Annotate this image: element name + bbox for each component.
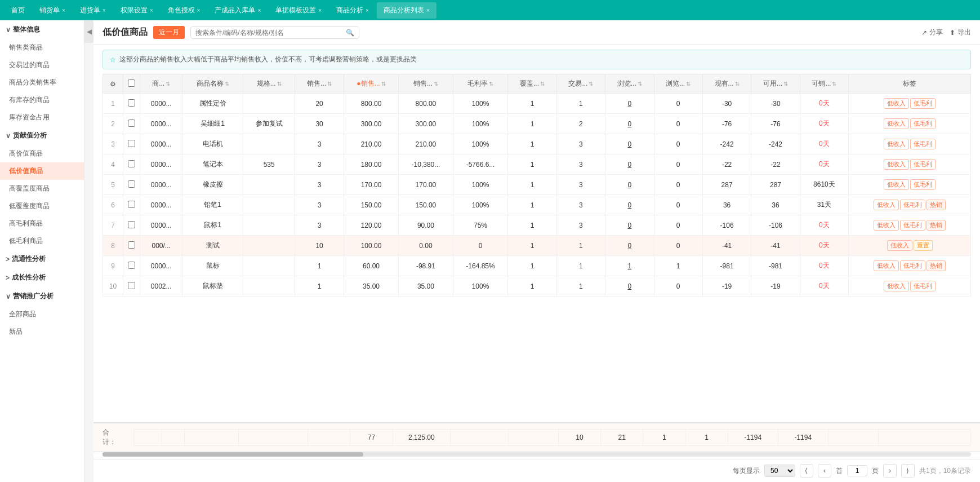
sidebar-item-traded-products[interactable]: 交易过的商品 bbox=[0, 56, 84, 74]
search-icon[interactable]: 🔍 bbox=[346, 29, 354, 37]
nav-home[interactable]: 首页 bbox=[5, 2, 32, 19]
sidebar-item-high-value[interactable]: 高价值商品 bbox=[0, 145, 84, 162]
row-checkbox[interactable] bbox=[123, 215, 140, 236]
tag: 低毛利 bbox=[900, 260, 925, 271]
nav-warehouse[interactable]: 产成品入库单 × bbox=[208, 2, 268, 19]
row-browse1[interactable]: 0 bbox=[605, 276, 654, 297]
sidebar-item-high-margin[interactable]: 高毛利商品 bbox=[0, 215, 84, 232]
row-browse1[interactable]: 0 bbox=[605, 114, 654, 134]
sidebar-item-new-products[interactable]: 新品 bbox=[0, 323, 84, 341]
sidebar-group-marketing[interactable]: ∨ 营销推广分析 bbox=[0, 287, 84, 306]
page-number-input[interactable] bbox=[847, 465, 867, 476]
col-sales-qty[interactable]: 销售...⇅ bbox=[295, 74, 344, 94]
sidebar-collapse-button[interactable]: ◀ bbox=[84, 20, 93, 43]
row-transaction: 1 bbox=[556, 256, 605, 276]
col-coverage[interactable]: 覆盖...⇅ bbox=[508, 74, 556, 94]
col-checkbox[interactable] bbox=[123, 74, 140, 94]
nav-close-templates[interactable]: × bbox=[318, 7, 322, 14]
col-name[interactable]: 商品名称⇅ bbox=[182, 74, 243, 94]
row-browse1[interactable]: 0 bbox=[605, 154, 654, 175]
row-tags: 低收入低毛利 bbox=[849, 154, 971, 175]
sidebar-item-sales-products[interactable]: 销售类商品 bbox=[0, 39, 84, 56]
row-browse1[interactable]: 1 bbox=[605, 256, 654, 276]
sidebar-group-overall[interactable]: ∨ 整体信息 bbox=[0, 20, 84, 39]
sidebar-group-growth[interactable]: > 成长性分析 bbox=[0, 268, 84, 287]
row-settings: 5 bbox=[103, 175, 123, 195]
sidebar-item-low-margin[interactable]: 低毛利商品 bbox=[0, 232, 84, 250]
col-sellable[interactable]: 可销...⇅ bbox=[800, 74, 848, 94]
nav-close-purchase[interactable]: × bbox=[103, 7, 106, 14]
sidebar-item-category-rate[interactable]: 商品分类销售率 bbox=[0, 74, 84, 91]
row-browse1[interactable]: 0 bbox=[605, 195, 654, 215]
row-sellable: 0天 bbox=[800, 134, 848, 154]
row-sales-cost: 170.00 bbox=[399, 175, 453, 195]
sidebar-item-low-coverage[interactable]: 低覆盖度商品 bbox=[0, 197, 84, 215]
col-spec[interactable]: 规格...⇅ bbox=[243, 74, 295, 94]
tag: 热销 bbox=[926, 200, 946, 210]
row-sales-qty: 3 bbox=[295, 195, 344, 215]
row-checkbox[interactable] bbox=[123, 94, 140, 114]
share-button[interactable]: ↗ 分享 bbox=[921, 28, 943, 37]
nav-templates[interactable]: 单据模板设置 × bbox=[269, 2, 328, 19]
nav-close-analysis-list[interactable]: × bbox=[426, 7, 430, 14]
nav-close-warehouse[interactable]: × bbox=[257, 7, 261, 14]
col-settings[interactable]: ⚙ bbox=[103, 74, 123, 94]
nav-close-sales[interactable]: × bbox=[62, 7, 65, 14]
row-checkbox[interactable] bbox=[123, 256, 140, 276]
sidebar-item-stock-products[interactable]: 有库存的商品 bbox=[0, 91, 84, 109]
row-browse1[interactable]: 0 bbox=[605, 175, 654, 195]
row-checkbox[interactable] bbox=[123, 276, 140, 297]
row-checkbox[interactable] bbox=[123, 114, 140, 134]
select-all-checkbox[interactable] bbox=[128, 79, 135, 87]
row-browse1[interactable]: 0 bbox=[605, 215, 654, 236]
row-sellable: 0天 bbox=[800, 256, 848, 276]
row-browse1[interactable]: 0 bbox=[605, 134, 654, 154]
first-page-button[interactable]: ⟨ bbox=[800, 464, 813, 477]
nav-analysis-list[interactable]: 商品分析列表 × bbox=[377, 2, 436, 19]
sidebar-group-circulation[interactable]: > 流通性分析 bbox=[0, 250, 84, 268]
prev-page-button[interactable]: ‹ bbox=[818, 464, 831, 477]
row-checkbox[interactable] bbox=[123, 175, 140, 195]
row-checkbox[interactable] bbox=[123, 134, 140, 154]
row-checkbox[interactable] bbox=[123, 236, 140, 256]
export-button[interactable]: ⬆ 导出 bbox=[950, 28, 971, 37]
tag: 低毛利 bbox=[910, 98, 936, 109]
row-settings: 6 bbox=[103, 195, 123, 215]
tag: 低毛利 bbox=[910, 179, 936, 190]
col-margin-rate[interactable]: 毛利率⇅ bbox=[453, 74, 508, 94]
col-available-stock[interactable]: 可用...⇅ bbox=[751, 74, 800, 94]
row-name: 吴细细1 bbox=[182, 114, 243, 134]
next-page-button[interactable]: › bbox=[883, 464, 897, 477]
col-sales-price[interactable]: ●销售...⇅ bbox=[344, 74, 398, 94]
search-input[interactable] bbox=[195, 29, 344, 37]
nav-close-permissions[interactable]: × bbox=[150, 7, 153, 14]
col-transaction[interactable]: 交易...⇅ bbox=[556, 74, 605, 94]
arrow-icon-4: > bbox=[6, 274, 10, 282]
nav-roles[interactable]: 角色授权 × bbox=[161, 2, 207, 19]
sidebar-item-all-products[interactable]: 全部商品 bbox=[0, 306, 84, 323]
row-checkbox[interactable] bbox=[123, 154, 140, 175]
nav-close-analysis[interactable]: × bbox=[366, 7, 369, 14]
nav-close-roles[interactable]: × bbox=[197, 7, 201, 14]
nav-purchase-order[interactable]: 进货单 × bbox=[73, 2, 113, 19]
last-page-button[interactable]: ⟩ bbox=[901, 464, 915, 477]
col-code[interactable]: 商...⇅ bbox=[140, 74, 182, 94]
col-sales-cost[interactable]: 销售...⇅ bbox=[399, 74, 453, 94]
row-transaction: 3 bbox=[556, 134, 605, 154]
sidebar-group-contribution[interactable]: ∨ 贡献值分析 bbox=[0, 126, 84, 145]
nav-product-analysis[interactable]: 商品分析 × bbox=[329, 2, 376, 19]
row-browse1[interactable]: 0 bbox=[605, 236, 654, 256]
sidebar-item-high-coverage[interactable]: 高覆盖度商品 bbox=[0, 180, 84, 197]
col-current-stock[interactable]: 现有...⇅ bbox=[702, 74, 751, 94]
sidebar-item-stock-capital[interactable]: 库存资金占用 bbox=[0, 109, 84, 126]
date-filter-button[interactable]: 近一月 bbox=[153, 26, 185, 39]
row-checkbox[interactable] bbox=[123, 195, 140, 215]
tag: 低收入 bbox=[884, 139, 909, 149]
per-page-select[interactable]: 50 100 200 bbox=[764, 465, 795, 477]
nav-permissions[interactable]: 权限设置 × bbox=[114, 2, 160, 19]
col-browse2[interactable]: 浏览...⇅ bbox=[654, 74, 702, 94]
nav-sales-order[interactable]: 销货单 × bbox=[33, 2, 72, 19]
sidebar-item-low-value[interactable]: 低价值商品 bbox=[0, 162, 84, 180]
col-browse1[interactable]: 浏览...⇅ bbox=[605, 74, 654, 94]
row-browse1[interactable]: 0 bbox=[605, 94, 654, 114]
